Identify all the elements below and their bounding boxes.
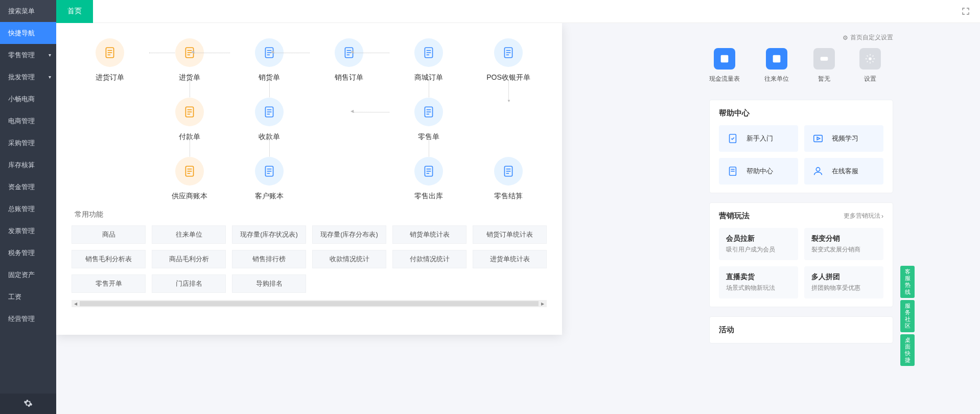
svg-rect-54 <box>774 56 776 58</box>
flow-node-r1-4[interactable]: 商城订单 <box>390 38 467 82</box>
svg-rect-61 <box>814 135 823 142</box>
common-btn-11[interactable]: 进货单统计表 <box>473 250 547 268</box>
common-btn-4[interactable]: 销货单统计表 <box>392 225 466 244</box>
flow-node-r2-1[interactable]: 付款单 <box>151 98 228 142</box>
common-btn-13[interactable]: 门店排名 <box>152 274 226 293</box>
flow-node-r3-5[interactable]: 零售结算 <box>470 157 547 201</box>
common-btn-7[interactable]: 商品毛利分析 <box>152 250 226 268</box>
gear-icon: ⚙ <box>843 34 848 41</box>
flow-node-r1-2[interactable]: 销货单 <box>231 38 308 82</box>
tile-icon <box>813 48 835 70</box>
flow-node-r3-2[interactable]: 客户账本 <box>231 157 308 201</box>
common-btn-2[interactable]: 现存量(库存状况表) <box>232 225 306 244</box>
help-item-1[interactable]: 视频学习 <box>804 125 883 152</box>
document-icon <box>414 157 443 186</box>
sidebar: 搜索菜单 快捷导航零售管理▾批发管理▾小畅电商电商管理采购管理库存核算资金管理总… <box>0 0 56 414</box>
sidebar-item-8[interactable]: 总账管理 <box>0 198 56 220</box>
tile-icon <box>766 48 787 70</box>
common-btn-12[interactable]: 零售开单 <box>72 274 146 293</box>
sidebar-settings[interactable] <box>0 394 56 414</box>
sidebar-search-label: 搜索菜单 <box>8 7 35 16</box>
scroll-thumb[interactable] <box>80 301 539 306</box>
flow-node-r1-3[interactable]: 销售订单 <box>311 38 387 82</box>
help-icon <box>726 132 739 145</box>
help-icon <box>811 132 825 145</box>
help-icon <box>726 165 739 178</box>
quick-tile-1[interactable]: 往来单位 <box>764 48 789 83</box>
market-item-1[interactable]: 裂变分销裂变式发展分销商 <box>804 228 883 260</box>
scroll-right-button[interactable]: ▶ <box>539 300 547 307</box>
document-icon <box>494 157 523 186</box>
common-btn-6[interactable]: 销售毛利分析表 <box>72 250 146 268</box>
chevron-right-icon: › <box>881 213 883 220</box>
quick-tile-2[interactable]: 暂无 <box>813 48 835 83</box>
sidebar-search[interactable]: 搜索菜单 <box>0 0 56 22</box>
document-icon <box>414 98 443 126</box>
flow-node-r3-1[interactable]: 供应商账本 <box>151 157 228 201</box>
topbar: 首页 <box>56 0 980 23</box>
svg-rect-57 <box>778 60 779 61</box>
side-tag-1[interactable]: 服务社区 <box>900 300 915 332</box>
flow-node-r1-5[interactable]: POS收银开单 <box>470 38 547 82</box>
flow-node-r2-4[interactable]: 零售单 <box>390 98 467 142</box>
svg-point-66 <box>816 168 820 171</box>
horizontal-scrollbar[interactable]: ◀ ▶ <box>72 300 547 307</box>
tile-icon <box>714 48 735 70</box>
flow-node-r2-2[interactable]: 收款单 <box>231 98 308 142</box>
flow-node-r3-4[interactable]: 零售出库 <box>390 157 467 201</box>
common-btn-8[interactable]: 销售排行榜 <box>232 250 306 268</box>
help-item-0[interactable]: 新手入门 <box>719 125 798 152</box>
sidebar-item-11[interactable]: 固定资产 <box>0 264 56 286</box>
sidebar-item-3[interactable]: 小畅电商 <box>0 88 56 110</box>
activity-title: 活动 <box>719 325 883 335</box>
svg-rect-53 <box>773 55 781 63</box>
common-btn-0[interactable]: 商品 <box>72 225 146 244</box>
chevron-down-icon: ▾ <box>49 74 51 80</box>
sidebar-item-9[interactable]: 发票管理 <box>0 220 56 242</box>
sidebar-item-13[interactable]: 经营管理 <box>0 308 56 330</box>
document-icon <box>96 38 124 67</box>
home-custom-setting-link[interactable]: ⚙ 首页自定义设置 <box>709 33 893 42</box>
marketing-title: 营销玩法 <box>719 211 750 221</box>
sidebar-item-1[interactable]: 零售管理▾ <box>0 44 56 66</box>
sidebar-item-10[interactable]: 税务管理 <box>0 242 56 264</box>
market-item-2[interactable]: 直播卖货场景式购物新玩法 <box>719 266 798 298</box>
side-tag-0[interactable]: 客服热线 <box>900 266 915 298</box>
gear-icon <box>24 399 33 409</box>
tab-home[interactable]: 首页 <box>56 0 93 23</box>
help-icon <box>811 165 825 178</box>
document-icon <box>175 157 204 186</box>
sidebar-item-4[interactable]: 电商管理 <box>0 110 56 132</box>
quicknav-flyout: 进货订单进货单销货单销售订单商城订单POS收银开单付款单收款单零售单供应商账本客… <box>56 23 562 335</box>
market-item-3[interactable]: 多人拼团拼团购物享受优惠 <box>804 266 883 298</box>
more-marketing-link[interactable]: 更多营销玩法› <box>844 212 883 220</box>
help-item-2[interactable]: 帮助中心 <box>719 158 798 185</box>
common-btn-10[interactable]: 付款情况统计 <box>392 250 466 268</box>
scroll-left-button[interactable]: ◀ <box>72 300 80 307</box>
market-item-0[interactable]: 会员拉新吸引用户成为会员 <box>719 228 798 260</box>
fullscreen-button[interactable] <box>958 3 974 19</box>
sidebar-item-7[interactable]: 资金管理 <box>0 176 56 198</box>
common-btn-1[interactable]: 往来单位 <box>152 225 226 244</box>
document-icon <box>414 38 443 67</box>
flow-node-r1-0[interactable]: 进货订单 <box>72 38 148 82</box>
quick-tile-3[interactable]: 设置 <box>859 48 881 83</box>
help-center-title: 帮助中心 <box>719 108 750 118</box>
sidebar-item-6[interactable]: 库存核算 <box>0 154 56 176</box>
quick-tile-0[interactable]: 现金流量表 <box>709 48 740 83</box>
sidebar-item-2[interactable]: 批发管理▾ <box>0 66 56 88</box>
flow-node-r1-1[interactable]: 进货单 <box>151 38 228 82</box>
document-icon <box>255 157 284 186</box>
common-functions-title: 常用功能 <box>75 210 547 219</box>
svg-rect-56 <box>774 60 776 61</box>
common-btn-14[interactable]: 导购排名 <box>232 274 306 293</box>
side-tag-2[interactable]: 桌面快捷 <box>900 334 915 366</box>
sidebar-item-5[interactable]: 采购管理 <box>0 132 56 154</box>
sidebar-item-0[interactable]: 快捷导航 <box>0 22 56 44</box>
help-item-3[interactable]: 在线客服 <box>804 158 883 185</box>
common-btn-9[interactable]: 收款情况统计 <box>312 250 386 268</box>
sidebar-item-12[interactable]: 工资 <box>0 286 56 308</box>
common-btn-3[interactable]: 现存量(库存分布表) <box>312 225 386 244</box>
common-btn-5[interactable]: 销货订单统计表 <box>473 225 547 244</box>
document-icon <box>175 98 204 126</box>
